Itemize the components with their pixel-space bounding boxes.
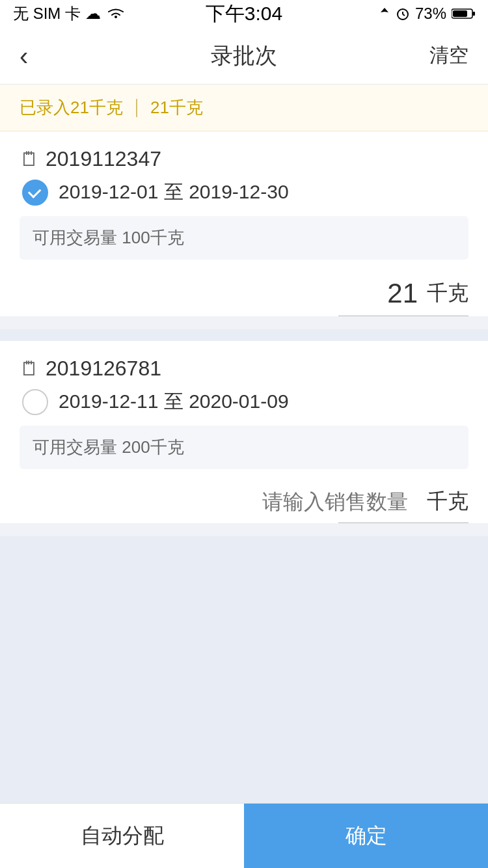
status-bar: 无 SIM 卡 ☁ 下午3:04 73% [0,0,488,27]
status-left: 无 SIM 卡 ☁ [13,3,126,24]
info-banner: 已录入21千克 21千克 [0,85,488,131]
amount-unit-1: 千克 [427,279,468,308]
input-area-2: 千克 [0,469,488,523]
batch-date-row-1[interactable]: 2019-12-01 至 2019-12-30 [20,179,468,206]
batch-header-2: 🗒 2019126781 [20,357,468,381]
batch-availability-1: 可用交易量 100千克 [20,216,468,260]
battery-text: 73% [415,5,446,23]
section-divider [0,329,488,341]
sale-unit-2: 千克 [427,487,468,516]
radio-1[interactable] [22,180,48,206]
sale-quantity-input[interactable] [20,490,418,514]
location-icon [379,7,390,21]
page-title: 录批次 [211,41,277,71]
sim-label: 无 SIM 卡 ☁ [13,3,101,24]
svg-line-2 [403,14,405,16]
wifi-icon [106,7,126,21]
battery-icon [452,8,475,20]
back-button[interactable]: ‹ [20,43,28,69]
batch-date-1: 2019-12-01 至 2019-12-30 [59,179,289,206]
status-time: 下午3:04 [206,1,282,27]
empty-area [0,536,488,809]
batch-date-row-2[interactable]: 2019-12-11 至 2020-01-09 [20,388,468,415]
batch-id-1: 2019112347 [46,147,161,171]
amount-value-1: 21 [387,278,418,309]
batch-card-2: 🗒 2019126781 2019-12-11 至 2020-01-09 可用交… [0,341,488,469]
batch-availability-2: 可用交易量 200千克 [20,426,468,469]
amount-underline-1 [338,316,468,316]
confirm-button[interactable]: 确定 [244,804,488,868]
bottom-bar: 自动分配 确定 [0,803,488,868]
clear-button[interactable]: 清空 [429,42,468,69]
info-divider [136,99,137,117]
batch-header-1: 🗒 2019112347 [20,147,468,171]
svg-rect-4 [472,12,475,16]
nav-bar: ‹ 录批次 清空 [0,27,488,85]
auto-distribute-button[interactable]: 自动分配 [0,804,244,868]
input-underline-2 [338,522,468,523]
status-right: 73% [379,5,475,23]
doc-icon-1: 🗒 [20,148,39,170]
info-value: 21千克 [150,96,203,119]
alarm-icon [396,7,410,21]
radio-2[interactable] [22,389,48,415]
batch-date-2: 2019-12-11 至 2020-01-09 [59,388,289,415]
doc-icon-2: 🗒 [20,358,39,380]
amount-area-1: 21 千克 [0,260,488,316]
svg-rect-5 [453,10,467,17]
batch-card-1: 🗒 2019112347 2019-12-01 至 2019-12-30 可用交… [0,131,488,260]
batch-id-2: 2019126781 [46,357,161,381]
info-label: 已录入21千克 [20,96,123,119]
